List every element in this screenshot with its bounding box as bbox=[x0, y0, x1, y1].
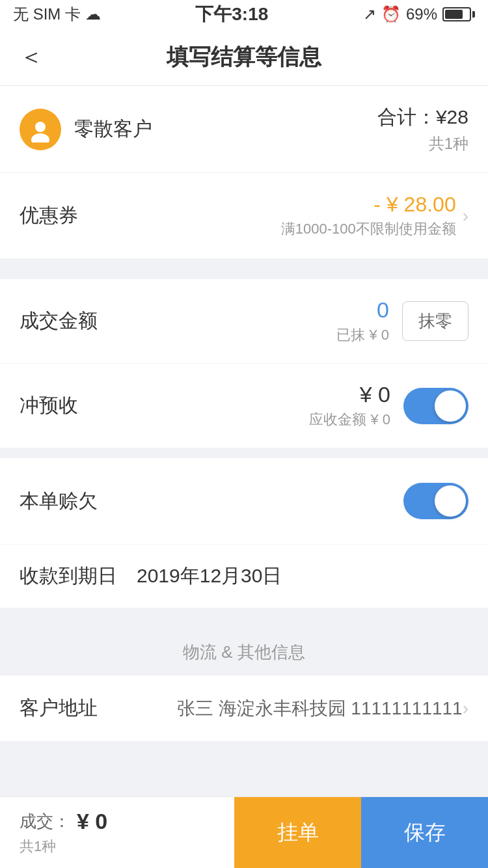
divider-3 bbox=[0, 618, 488, 629]
save-button[interactable]: 保存 bbox=[361, 797, 488, 868]
credit-toggle-knob bbox=[435, 485, 466, 517]
signal-icon: ↗ bbox=[363, 5, 376, 23]
amount-section: 成交金额 0 已抹 ¥ 0 抹零 冲预收 ¥ 0 应收金额 ¥ 0 bbox=[0, 279, 488, 448]
credit-row: 本单赊欠 bbox=[0, 458, 488, 544]
round-button[interactable]: 抹零 bbox=[402, 301, 468, 341]
battery-icon bbox=[442, 7, 475, 21]
nav-bar: ＜ 填写结算等信息 bbox=[0, 29, 488, 86]
page-title: 填写结算等信息 bbox=[167, 42, 321, 72]
bottom-summary: 成交： ¥ 0 共1种 bbox=[0, 809, 234, 856]
customer-left: 零散客户 bbox=[20, 109, 152, 150]
status-bar: 无 SIM 卡 ☁ 下午3:18 ↗ ⏰ 69% bbox=[0, 0, 488, 29]
logistics-title: 物流 & 其他信息 bbox=[183, 641, 305, 664]
logistics-divider: 物流 & 其他信息 bbox=[170, 641, 318, 664]
bottom-bar: 成交： ¥ 0 共1种 挂单 保存 bbox=[0, 796, 488, 868]
divider-1 bbox=[0, 269, 488, 279]
due-date-value[interactable]: 2019年12月30日 bbox=[137, 563, 282, 590]
credit-toggle[interactable] bbox=[403, 483, 468, 519]
customer-row: 零散客户 合计：¥28 共1种 bbox=[0, 86, 488, 172]
total-amount: 合计：¥28 bbox=[377, 104, 468, 131]
address-section: 客户地址 张三 海淀永丰科技园 11111111111 › bbox=[0, 675, 488, 741]
coupon-label: 优惠券 bbox=[20, 202, 78, 229]
bottom-deal-amount: ¥ 0 bbox=[77, 809, 107, 834]
bottom-deal-count: 共1种 bbox=[20, 837, 215, 856]
customer-section: 零散客户 合计：¥28 共1种 优惠券 - ¥ 28.00 满1000-100不… bbox=[0, 86, 488, 258]
divider-2 bbox=[0, 448, 488, 458]
deal-amount-value-block: 0 已抹 ¥ 0 bbox=[336, 297, 389, 345]
no-sim-text: 无 SIM 卡 ☁ bbox=[13, 4, 101, 25]
due-date-row: 收款到期日 2019年12月30日 bbox=[0, 544, 488, 608]
bottom-deal: 成交： ¥ 0 bbox=[20, 809, 215, 834]
battery-percent: 69% bbox=[406, 5, 437, 23]
avatar bbox=[20, 109, 61, 150]
coupon-right: - ¥ 28.00 满1000-100不限制使用金额 › bbox=[281, 193, 468, 239]
coupon-discount: - ¥ 28.00 bbox=[281, 193, 456, 217]
deal-amount-right: 0 已抹 ¥ 0 抹零 bbox=[336, 297, 468, 345]
hang-button[interactable]: 挂单 bbox=[234, 797, 361, 868]
alarm-icon: ⏰ bbox=[381, 5, 401, 23]
coupon-row[interactable]: 优惠券 - ¥ 28.00 满1000-100不限制使用金额 › bbox=[0, 172, 488, 258]
bottom-deal-label: 成交： bbox=[20, 810, 70, 833]
advance-label: 冲预收 bbox=[20, 392, 78, 419]
total-count: 共1种 bbox=[377, 133, 468, 154]
coupon-info: - ¥ 28.00 满1000-100不限制使用金额 bbox=[281, 193, 456, 239]
status-right: ↗ ⏰ 69% bbox=[363, 5, 475, 23]
bottom-buttons: 挂单 保存 bbox=[234, 797, 488, 868]
content: 零散客户 合计：¥28 共1种 优惠券 - ¥ 28.00 满1000-100不… bbox=[0, 86, 488, 830]
address-label: 客户地址 bbox=[20, 695, 98, 722]
advance-row: 冲预收 ¥ 0 应收金额 ¥ 0 bbox=[0, 364, 488, 448]
address-value: 张三 海淀永丰科技园 11111111111 bbox=[117, 696, 463, 721]
chevron-right-icon: › bbox=[463, 206, 468, 226]
status-left: 无 SIM 卡 ☁ bbox=[13, 4, 101, 25]
svg-point-1 bbox=[31, 133, 49, 142]
advance-toggle[interactable] bbox=[403, 388, 468, 424]
status-time: 下午3:18 bbox=[195, 2, 268, 27]
deal-amount-sub: 已抹 ¥ 0 bbox=[336, 325, 389, 345]
advance-right: ¥ 0 应收金额 ¥ 0 bbox=[309, 382, 468, 429]
advance-sub: 应收金额 ¥ 0 bbox=[309, 410, 390, 429]
deal-amount-label: 成交金额 bbox=[20, 308, 98, 334]
advance-value: ¥ 0 bbox=[309, 382, 390, 407]
credit-label: 本单赊欠 bbox=[20, 488, 98, 515]
address-chevron-icon: › bbox=[463, 698, 468, 719]
svg-point-0 bbox=[35, 122, 46, 132]
customer-total: 合计：¥28 共1种 bbox=[377, 104, 468, 154]
due-date-label: 收款到期日 bbox=[20, 563, 117, 590]
address-row[interactable]: 客户地址 张三 海淀永丰科技园 11111111111 › bbox=[0, 675, 488, 741]
coupon-desc: 满1000-100不限制使用金额 bbox=[281, 219, 456, 239]
deal-amount-row: 成交金额 0 已抹 ¥ 0 抹零 bbox=[0, 279, 488, 364]
customer-name: 零散客户 bbox=[74, 116, 152, 142]
logistics-header: 物流 & 其他信息 bbox=[0, 629, 488, 675]
back-button[interactable]: ＜ bbox=[20, 41, 43, 73]
credit-section: 本单赊欠 收款到期日 2019年12月30日 bbox=[0, 458, 488, 608]
deal-amount-value[interactable]: 0 bbox=[336, 297, 389, 323]
advance-value-block: ¥ 0 应收金额 ¥ 0 bbox=[309, 382, 390, 429]
advance-toggle-knob bbox=[435, 390, 466, 422]
